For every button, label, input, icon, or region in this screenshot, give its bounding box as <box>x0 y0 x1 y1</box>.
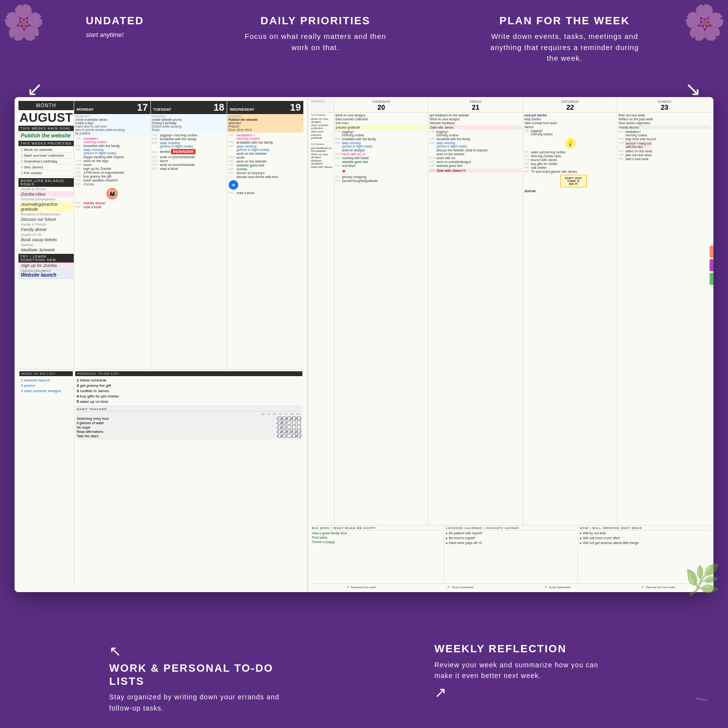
tuesday-name: TUESDAY <box>153 107 172 112</box>
try-learn-label: TRY / LEARN SOMETHING NEW <box>18 254 74 263</box>
goals-refreshed-check: ✓ Goals Refreshed <box>545 585 571 589</box>
try-goal-1: Sign up for Zumba <box>18 263 74 268</box>
priorities-list: 1Work on website 2Start summer collectio… <box>18 146 74 177</box>
plan-week-subtitle: Write down events, tasks, meetings and a… <box>487 31 642 64</box>
habit-1: Stretching every hour ✓ ✓ ✓ ✓ ✓ <box>77 416 301 420</box>
friday-header: FRIDAY 21 <box>429 99 523 112</box>
lessons-gained-section: LESSONS LEARNED / INSIGHTS GAINED ▸ Be p… <box>444 526 578 583</box>
saturday-header: SATURDAY 22 <box>523 99 618 112</box>
tuesday-column: TUESDAY 18 PRIORITIES create website pro… <box>151 101 228 369</box>
weekly-reflection-block: WEEKLY REFLECTION Review your week and s… <box>434 643 619 700</box>
left-content: MONTH AUGUST THIS WEEKS MAIN GOAL Publis… <box>18 101 303 588</box>
undated-block: UNDATED start anytime! <box>86 15 144 38</box>
work-personal-block: ↖ WORK & PERSONAL TO-DO LISTS Stay organ… <box>109 643 294 713</box>
work-todo-section: WORK TO-DO LIST! 1 website launch 2 prom… <box>18 369 74 588</box>
wednesday-column: WEDNESDAY 19 PRIORITIES Publish the webs… <box>227 101 303 369</box>
work-personal-title: WORK & PERSONAL TO-DO LISTS <box>109 662 294 688</box>
improve-2: ▸ Will call mom more often <box>580 536 710 540</box>
saturday-column: visit pet shelter Help shelter Take a br… <box>523 113 618 525</box>
habit-4: Read affirmations ✓ ✓ ✓ ✓ ✓ <box>77 430 301 433</box>
week-priorities-sidebar: Thu Priorities: Work on new designs Star… <box>310 113 334 525</box>
weekly-reflection-title: WEEKLY REFLECTION <box>434 643 619 655</box>
tuesday-entries: 7:00jogging+ morning routine 8:30breakfa… <box>151 132 227 369</box>
habit-2: 8 glasses of water ✓ ✓ <box>77 421 301 425</box>
tuesday-priorities: PRIORITIES create website promo Granny's… <box>151 114 227 132</box>
big-wins-section: BIG WINS / WHAT MADE ME HAPPY Had a grea… <box>310 526 444 583</box>
tab-purple <box>710 259 713 271</box>
left-bottom-section: WORK TO-DO LIST! 1 website launch 2 prom… <box>18 369 303 588</box>
work-life-label: WORK-LIFE BALANCE GOALS <box>18 178 74 187</box>
priorities-label: THIS WEEKS PRIORITIES <box>18 141 74 146</box>
thursday-column: Work on new designs Start summer collect… <box>334 113 429 525</box>
undated-title: UNDATED <box>86 15 144 27</box>
friday-column: get feedback on the website Work on new … <box>429 113 523 525</box>
excited-about-value: I AM EXCITED ABOUT Website launch <box>18 268 74 279</box>
habit-5: Take the stairs ✓ ✓ ✓ ✓ <box>77 434 301 438</box>
tuesday-num: 18 <box>214 102 224 113</box>
left-top-section: MONTH AUGUST THIS WEEKS MAIN GOAL Publis… <box>18 101 303 369</box>
personal-todo-list: 1 follow schedule 2 get granny the gift … <box>75 376 302 406</box>
habit-3: No sugar ✓ ✓ <box>77 425 301 429</box>
day-headers: PRIORITIES THURSDAY 20 FRIDAY 21 SATURDA… <box>310 99 711 113</box>
lesson-1: ▸ Be patient with myself <box>446 531 576 535</box>
wednesday-entries: 7:00meditation +morning routine 8:30brea… <box>227 132 303 369</box>
month-label: MONTH <box>18 101 74 110</box>
family-goal-1: Family dinner <box>18 227 74 232</box>
lesson-3: ▸ Hard work pays off <3 <box>446 541 576 545</box>
tab-orange <box>710 246 713 258</box>
plan-week-block: PLAN FOR THE WEEK Write down events, tas… <box>487 15 642 64</box>
review-row: ✓ Reviewed this week ✓ Vision Refreshed … <box>310 583 711 590</box>
quality-goal-1: Book vacay tickets <box>18 237 74 243</box>
right-bottom-section: BIG WINS / WHAT MADE ME HAPPY Had a grea… <box>310 525 711 583</box>
improve-3: ▸ Will not get anxious about little thin… <box>580 541 710 545</box>
wednesday-name: WEDNESDAY <box>230 107 254 112</box>
left-sidebar: MONTH AUGUST THIS WEEKS MAIN GOAL Publis… <box>18 101 74 369</box>
romance-goal-1: Discuss our future <box>18 216 74 222</box>
monday-column: MONDAY 17 PRIORITIES chose a website nam… <box>74 101 151 369</box>
planner: MONTH AUGUST THIS WEEKS MAIN GOAL Publis… <box>15 97 713 592</box>
dont-think-sticker: DON'T JUSTTHINK IT,INK IT! <box>560 175 587 187</box>
sunday-header: SUNDAY 23 <box>617 99 711 112</box>
monday-num: 17 <box>137 102 148 113</box>
bottom-footer: ↖ WORK & PERSONAL TO-DO LISTS Stay organ… <box>0 633 728 718</box>
health-goal-1: Zumba class <box>18 191 74 197</box>
priority-3: 3Grandma's birthday <box>21 159 71 165</box>
reviewed-check: ✓ Reviewed this week <box>347 585 377 589</box>
left-page: MONTH AUGUST THIS WEEKS MAIN GOAL Publis… <box>15 97 308 592</box>
sunday-column: Plan out next week Reflect on the past w… <box>617 113 711 525</box>
spiritual-label: Spiritual <box>18 243 74 247</box>
vision-refreshed-check: ✓ Vision Refreshed <box>447 585 474 589</box>
thursday-header: THURSDAY 20 <box>334 99 429 112</box>
planned-check: ✓ Planned the next week <box>641 585 675 589</box>
daily-priorities-title: DAILY PRIORITIES <box>238 15 393 27</box>
daily-priorities-block: DAILY PRIORITIES Focus on what really ma… <box>238 15 393 53</box>
undated-subtitle: start anytime! <box>86 31 144 38</box>
monday-name: MONDAY <box>77 107 94 112</box>
work-personal-subtitle: Stay organized by writing down your erra… <box>109 692 294 713</box>
personal-dev-label: Personal Development <box>18 197 74 201</box>
monday-entries: 7:00meditate+morning routine 8:30breakfa… <box>74 136 150 369</box>
priority-5: 5Pet shelter <box>21 170 71 176</box>
improve-1: ▸ Will try out keto <box>580 531 710 535</box>
top-header: UNDATED start anytime! DAILY PRIORITIES … <box>0 0 728 69</box>
quality-label: Quality of Life <box>18 232 74 237</box>
week-content: Thu Priorities: Work on new designs Star… <box>310 113 711 525</box>
main-goal-label: THIS WEEKS MAIN GOAL <box>18 126 74 131</box>
improve-next-section: HOW I WILL IMPROVE NEXT WEEK ▸ Will try … <box>578 526 711 583</box>
weekly-reflection-subtitle: Review your week and summarize how you c… <box>434 660 619 681</box>
spiritual-goal-1: Meditate 3x/week <box>18 247 74 253</box>
priority-4: 4See James <box>21 165 71 170</box>
family-label: Family & Friends <box>18 222 74 227</box>
priorities-header-label: PRIORITIES <box>310 99 334 112</box>
wednesday-num: 19 <box>290 102 301 113</box>
monday-priorities: PRIORITIES chose a website name/ create … <box>74 114 150 136</box>
health-label: Health & Fitness <box>18 187 74 191</box>
wednesday-priorities: PRIORITIES Publish the website Website!!… <box>227 114 303 132</box>
work-todo-list: 1 website launch 2 promo 3 start summer … <box>19 376 73 395</box>
lesson-2: ▸ Be kind to myself <box>446 536 576 540</box>
right-page: PRIORITIES THURSDAY 20 FRIDAY 21 SATURDA… <box>308 97 713 592</box>
tab-green <box>710 273 713 285</box>
month-name: AUGUST <box>18 110 74 125</box>
daily-priorities-subtitle: Focus on what really matters and then wo… <box>238 31 393 53</box>
habit-tracker: HABIT TRACKER Sa Tu We Th Fr Sa Su <box>75 406 302 440</box>
